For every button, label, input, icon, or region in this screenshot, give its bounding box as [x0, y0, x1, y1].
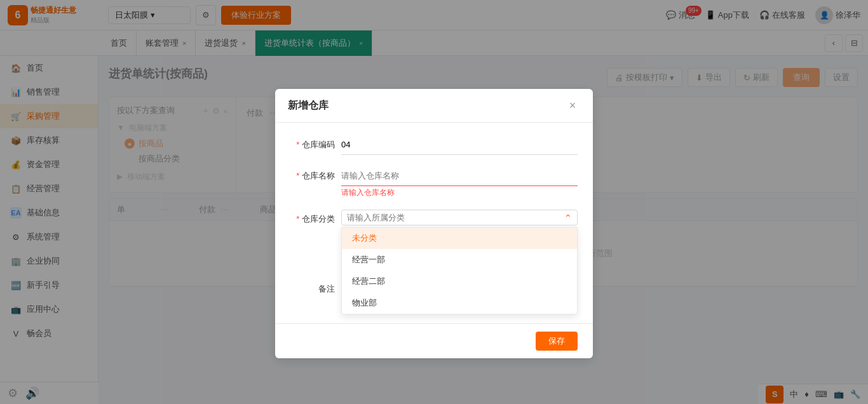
dropdown-item-unclassified[interactable]: 未分类 [342, 227, 577, 249]
modal-footer: 保存 [275, 323, 593, 358]
category-input[interactable] [347, 210, 564, 225]
field-code: 仓库编码 [290, 135, 578, 155]
modal-overlay: 新增仓库 × 仓库编码 仓库名称 请输入仓库名称 仓库分类 [0, 0, 868, 404]
category-input-container: ⌃ 未分类 经营一部 经营二部 物业部 [341, 210, 578, 226]
category-label: 仓库分类 [290, 210, 341, 229]
dropdown-item-dept1[interactable]: 经营一部 [342, 249, 577, 271]
notes-label: 备注 [290, 279, 341, 299]
name-label: 仓库名称 [290, 166, 341, 185]
category-chevron-up-icon[interactable]: ⌃ [564, 213, 572, 223]
modal-title: 新增仓库 [288, 99, 329, 112]
code-input-wrap [341, 135, 578, 155]
name-input[interactable] [341, 166, 578, 186]
category-input-wrap[interactable]: ⌃ [341, 210, 578, 226]
code-label: 仓库编码 [290, 135, 341, 154]
name-input-wrap: 请输入仓库名称 [341, 166, 578, 198]
modal-header: 新增仓库 × [275, 89, 593, 123]
modal-warehouse: 新增仓库 × 仓库编码 仓库名称 请输入仓库名称 仓库分类 [275, 89, 593, 358]
code-input[interactable] [341, 135, 578, 155]
modal-close-button[interactable]: × [565, 98, 580, 113]
modal-body: 仓库编码 仓库名称 请输入仓库名称 仓库分类 ⌃ [275, 123, 593, 323]
dropdown-item-dept2[interactable]: 经营二部 [342, 271, 577, 292]
save-button[interactable]: 保存 [536, 332, 578, 351]
field-category: 仓库分类 ⌃ 未分类 经营一部 经营二部 物业部 [290, 210, 578, 229]
name-error-msg: 请输入仓库名称 [341, 187, 578, 198]
field-name: 仓库名称 请输入仓库名称 [290, 166, 578, 198]
dropdown-item-dept3[interactable]: 物业部 [342, 292, 577, 314]
category-dropdown: 未分类 经营一部 经营二部 物业部 [341, 227, 578, 314]
